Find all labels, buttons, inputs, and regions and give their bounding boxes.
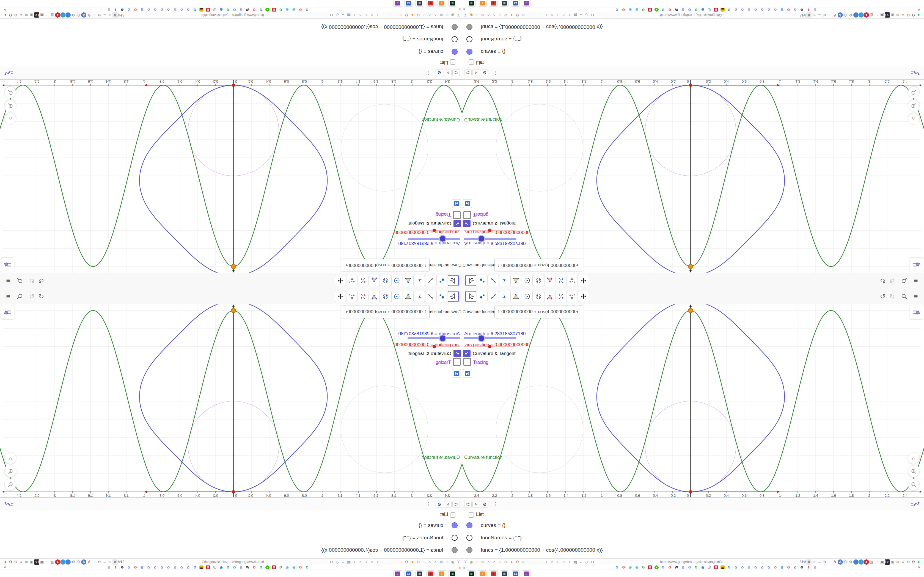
- browser-zoom-level[interactable]: 81%: [118, 560, 124, 564]
- globe-extension-icon[interactable]: ⊕: [421, 12, 426, 18]
- wrench-icon[interactable]: ⚙: [906, 559, 911, 565]
- settings-button[interactable]: ⚙: [436, 501, 443, 508]
- panel-stylebar-button[interactable]: [4, 500, 14, 509]
- line-tool-button[interactable]: [425, 275, 436, 286]
- browser-zoom-level[interactable]: 81%: [800, 560, 806, 564]
- teal-dot-icon[interactable]: ●: [3, 12, 8, 18]
- dot-icon[interactable]: ∘: [363, 12, 369, 18]
- bookmark-favicon[interactable]: ♥: [654, 566, 659, 569]
- move-graphics-view-tool-button[interactable]: [578, 291, 589, 302]
- bookmark-favicon[interactable]: G: [226, 566, 230, 569]
- globe-extension-icon[interactable]: ⊕: [520, 12, 526, 18]
- bookmark-favicon[interactable]: ⚙: [800, 566, 804, 569]
- curvature-tangent-checkbox[interactable]: ✓: [454, 220, 461, 227]
- home-button[interactable]: ⌂: [908, 453, 919, 464]
- play-animation-button[interactable]: ▶|: [452, 369, 461, 378]
- arc-length-slider-thumb[interactable]: [478, 335, 485, 342]
- algebra-row-funcnames[interactable]: funcNames = {" "}: [0, 33, 462, 45]
- olive-circle-extension-icon[interactable]: ◉: [468, 12, 474, 18]
- visibility-marble-curves[interactable]: [452, 48, 457, 55]
- arc-position-slider-thumb[interactable]: [433, 229, 436, 232]
- visibility-marble-curves[interactable]: [467, 522, 472, 529]
- play-animation-button[interactable]: ▶|: [463, 199, 472, 208]
- home-button[interactable]: ⌂: [908, 113, 919, 124]
- record-icon[interactable]: ●: [55, 12, 60, 18]
- redo-button[interactable]: ↻: [888, 292, 896, 301]
- bookmark-favicon[interactable]: ♥: [265, 566, 270, 569]
- reload-icon[interactable]: ↻: [97, 559, 102, 565]
- address-bar-url[interactable]: https://www.geogebra.org/classic/aagcxh3…: [660, 560, 723, 564]
- conic-tool-button[interactable]: [533, 275, 544, 286]
- bookmark-favicon[interactable]: f: [806, 8, 811, 11]
- meter-extension-icon[interactable]: ∩: [433, 559, 438, 565]
- star-icon[interactable]: ☆: [811, 559, 817, 565]
- visibility-marble-funcs[interactable]: [467, 547, 472, 553]
- circle-tool-button[interactable]: [522, 275, 533, 286]
- function-dropdown[interactable]: 1.000000000000 + cos(4.000000000000 x) ▼: [494, 306, 583, 318]
- bookmark-favicon[interactable]: ◉: [219, 8, 223, 11]
- ghost-extension-icon[interactable]: ▢: [387, 559, 392, 565]
- bookmark-favicon[interactable]: ✿: [160, 566, 164, 569]
- bookmark-favicon[interactable]: G: [259, 566, 263, 569]
- bookmark-favicon[interactable]: G: [259, 8, 263, 11]
- bookmark-favicon[interactable]: ✿: [153, 566, 157, 569]
- visibility-marble-funcs[interactable]: [452, 24, 457, 30]
- list-group-row[interactable]: − List: [462, 58, 924, 66]
- settings-button[interactable]: ⚙: [481, 501, 488, 508]
- move-tool-button[interactable]: [465, 275, 476, 286]
- bookmark-favicon[interactable]: ✿: [179, 8, 184, 11]
- reflect-tool-button[interactable]: [556, 291, 567, 302]
- back-arrow-icon[interactable]: ←: [578, 559, 583, 565]
- bookmark-favicon[interactable]: G: [688, 8, 691, 11]
- bookmark-favicon[interactable]: ◉: [292, 8, 296, 11]
- pin-extension-icon[interactable]: Y: [463, 12, 468, 18]
- taskbar-terminal-icon[interactable]: ▣: [467, 0, 476, 6]
- record-icon[interactable]: ●: [55, 559, 60, 565]
- add-icon[interactable]: +: [65, 559, 71, 565]
- bookmark-favicon[interactable]: G: [133, 566, 137, 569]
- taskbar-terminal-icon[interactable]: ▣: [448, 0, 457, 6]
- dot-icon[interactable]: ∘: [567, 559, 572, 565]
- bookmark-favicon[interactable]: W: [674, 566, 678, 569]
- visibility-marble-funcnames[interactable]: [467, 36, 472, 42]
- bookmark-favicon[interactable]: Я: [714, 8, 718, 11]
- algebra-row-curves[interactable]: curves = {}: [0, 45, 462, 58]
- olive-circle-extension-icon[interactable]: ◉: [450, 559, 456, 565]
- arc-length-slider[interactable]: [464, 337, 517, 339]
- menu-button[interactable]: ≡: [912, 276, 920, 285]
- arc-position-slider-thumb[interactable]: [488, 229, 491, 232]
- bookmark-favicon[interactable]: Я: [714, 566, 718, 569]
- zoom-out-button[interactable]: [908, 479, 919, 490]
- bookmark-favicon[interactable]: G: [622, 8, 626, 11]
- download-icon[interactable]: ↓: [92, 559, 97, 565]
- arc-length-slider[interactable]: [464, 238, 517, 240]
- bookmark-favicon[interactable]: ✿: [166, 566, 171, 569]
- bookmark-favicon[interactable]: f: [113, 566, 118, 569]
- teal-dot-icon[interactable]: ●: [916, 559, 921, 565]
- taskbar-firefox-icon[interactable]: ●: [437, 0, 446, 6]
- conic-tool-button[interactable]: [533, 291, 544, 302]
- bookmark-favicon[interactable]: G: [641, 566, 645, 569]
- back-arrow-icon[interactable]: ←: [578, 12, 583, 18]
- down-circle-icon[interactable]: ↓: [60, 559, 65, 565]
- dot-icon[interactable]: ∘: [352, 12, 357, 18]
- polygon-tool-button[interactable]: [402, 291, 414, 302]
- perpendicular-line-tool-button[interactable]: [499, 291, 510, 302]
- tracing-checkbox[interactable]: [453, 211, 461, 219]
- perpendicular-line-tool-button[interactable]: [414, 291, 425, 302]
- thumb-icon[interactable]: ♦: [18, 12, 24, 18]
- meter-extension-icon[interactable]: ∩: [433, 12, 438, 18]
- gear-icon[interactable]: ⚙: [911, 559, 916, 565]
- zoom-out-button[interactable]: [5, 87, 16, 98]
- reload-icon[interactable]: ↻: [822, 559, 827, 565]
- algebra-row-funcs[interactable]: funcs = {1.000000000000 + cos(4.00000000…: [462, 20, 924, 33]
- address-bar-url[interactable]: https://www.geogebra.org/classic/aagcxh3…: [201, 13, 264, 17]
- undo-button[interactable]: ↺: [37, 276, 45, 285]
- bookmark-favicon[interactable]: ✿: [753, 566, 758, 569]
- pencil-icon[interactable]: ✎: [86, 559, 92, 565]
- bookmark-favicon[interactable]: G: [641, 8, 645, 11]
- bookmark-favicon[interactable]: ✿: [239, 566, 243, 569]
- graphics-view[interactable]: -2.4-2.2-2-1.8-1.6-1.4-1.2-1-0.8-0.6-0.4…: [0, 305, 462, 497]
- algebra-view-toggle-button[interactable]: [464, 69, 472, 76]
- ghost-extension-icon[interactable]: ▢: [393, 559, 397, 565]
